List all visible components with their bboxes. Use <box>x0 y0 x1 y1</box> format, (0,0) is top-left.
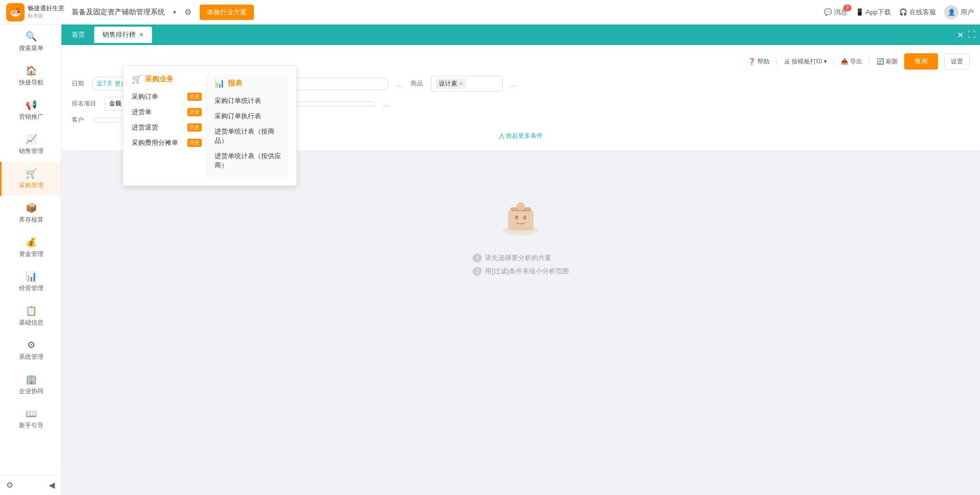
menu-item-receipt[interactable]: 进货单 历史 <box>132 104 202 120</box>
reports-header: 📊 报表 <box>215 78 285 88</box>
purchase-dropdown-menu: 🛒 采购业务 采购订单 历史 进货单 历史 <box>123 66 297 186</box>
collapse-button[interactable]: ⋀ 收起更多条件 <box>499 132 543 140</box>
tab-home-label: 首页 <box>72 30 85 39</box>
tab-home[interactable]: 首页 <box>63 27 93 43</box>
svg-rect-1 <box>508 210 534 230</box>
sidebar-bottom: ⚙ ◀ <box>0 475 61 495</box>
sidebar-settings-button[interactable]: ⚙ <box>6 480 13 490</box>
purchase-order-label: 采购订单 <box>132 92 158 101</box>
sidebar-item-enterprise[interactable]: 🏢 企业协同 <box>0 368 61 402</box>
inventory-icon: 📦 <box>26 202 37 213</box>
sidebar-item-operations-label: 经营管理 <box>19 284 44 293</box>
salesperson-dots-button[interactable]: ... <box>383 100 389 108</box>
messages-badge: 9 <box>843 5 851 11</box>
tip-text-2: 用[过滤]条件来缩小分析范围 <box>485 265 568 278</box>
export-button[interactable]: 📤 导出 <box>841 57 862 66</box>
toolbar-divider-2: | <box>833 57 835 66</box>
sidebar-item-search[interactable]: 🔍 搜索菜单 <box>0 25 61 59</box>
query-button[interactable]: 查询 <box>904 53 938 70</box>
sidebar-item-quick-nav-label: 快捷导航 <box>19 78 44 87</box>
guide-icon: 📖 <box>26 408 37 419</box>
tab-bar-actions: ✕ ⛶ <box>957 30 976 40</box>
tab-bar: 首页 销售排行榜 ✕ ✕ ⛶ <box>61 25 980 45</box>
print-dropdown-icon: ▾ <box>824 58 827 65</box>
tab-sales-rank[interactable]: 销售排行榜 ✕ <box>94 27 152 43</box>
sidebar-item-quick-nav[interactable]: 🏠 快捷导航 <box>0 59 61 93</box>
tab-fullscreen-button[interactable]: ⛶ <box>968 30 976 39</box>
menu-item-return[interactable]: 进货退货 历史 <box>132 120 202 135</box>
menu-item-receipt-stats-supplier[interactable]: 进货单统计表（按供应商） <box>215 148 285 173</box>
refresh-button[interactable]: 🔄 刷新 <box>877 57 898 66</box>
tab-close-all-button[interactable]: ✕ <box>957 30 964 40</box>
tab-close-button[interactable]: ✕ <box>139 31 144 38</box>
status-dots-button[interactable]: ... <box>396 80 402 88</box>
search-icon: 🔍 <box>26 31 37 42</box>
product-label: 商品 <box>411 79 423 88</box>
sidebar-item-inventory[interactable]: 📦 库存核算 <box>0 196 61 230</box>
sidebar-item-system[interactable]: ⚙ 系统管理 <box>0 333 61 368</box>
receipt-stats-product-label: 进货单统计表（按商品） <box>215 127 285 145</box>
product-dots-button[interactable]: ... <box>511 80 517 88</box>
purchase-order-history-badge: 历史 <box>187 93 202 101</box>
filter-settings-button[interactable]: 设置 <box>944 54 970 70</box>
export-icon: 📤 <box>841 58 848 65</box>
customer-label: 客户 <box>72 116 84 124</box>
return-badges: 历史 <box>187 123 202 132</box>
product-tag-close[interactable]: ✕ <box>459 81 463 87</box>
purchase-order-badges: 历史 <box>187 93 202 101</box>
header-center: 装备及固定资产辅助管理系统 ▾ ⚙ 体验行业方案 <box>68 5 824 20</box>
menu-column-purchase-business: 🛒 采购业务 采购订单 历史 进货单 历史 <box>132 74 202 177</box>
svg-point-3 <box>517 202 525 210</box>
phone-icon: 📱 <box>856 8 864 16</box>
service-icon: 🎧 <box>899 8 907 16</box>
system-settings-button[interactable]: ⚙ <box>180 5 196 20</box>
menu-item-receipt-stats-product[interactable]: 进货单统计表（按商品） <box>215 124 285 148</box>
svg-point-4 <box>515 216 518 220</box>
sidebar-item-finance[interactable]: 💰 资金管理 <box>0 230 61 265</box>
collapse-up-icon: ⋀ <box>499 133 504 140</box>
return-history-badge: 历史 <box>187 123 202 132</box>
sidebar-item-sales[interactable]: 📈 销售管理 <box>0 127 61 162</box>
product-control[interactable]: 设计素 ✕ <box>431 76 503 92</box>
expense-label: 采购费用分摊单 <box>132 138 178 147</box>
print-button[interactable]: 🖨 按模板打印 ▾ <box>784 57 827 66</box>
messages-button[interactable]: 💬 消息 9 <box>824 8 847 17</box>
system-icon: ⚙ <box>27 339 35 351</box>
sidebar-item-operations[interactable]: 📊 经营管理 <box>0 265 61 299</box>
help-button[interactable]: ❓ 帮助 <box>748 57 770 66</box>
sidebar-item-inventory-label: 库存核算 <box>19 216 44 224</box>
menu-item-expense[interactable]: 采购费用分摊单 历史 <box>132 135 202 150</box>
receipt-history-badge: 历史 <box>187 108 202 116</box>
online-service-button[interactable]: 🎧 在线客服 <box>899 8 936 17</box>
date-7days-button[interactable]: 近7天 <box>97 79 113 88</box>
sidebar-item-purchase-label: 采购管理 <box>19 181 44 190</box>
tip-text-1: 请先选择要分析的方案 <box>485 251 551 265</box>
sidebar-item-guide[interactable]: 📖 新手引导 <box>0 402 61 436</box>
logo-sub: 标准版 <box>28 12 65 19</box>
menu-item-order-exec[interactable]: 采购订单执行表 <box>215 109 285 124</box>
sidebar-item-purchase[interactable]: 🛒 采购管理 <box>0 162 61 196</box>
purchase-icon: 🛒 <box>26 168 37 179</box>
menu-item-order-stats[interactable]: 采购订单统计表 <box>215 93 285 109</box>
page-content: ❓ 帮助 | 🖨 按模板打印 ▾ | 📤 导出 | <box>61 45 980 495</box>
app-download-button[interactable]: 📱 App下载 <box>856 8 891 17</box>
tip-num-2: 2 <box>473 267 482 276</box>
system-dropdown-button[interactable]: ▾ <box>173 9 176 16</box>
export-label: 导出 <box>850 57 862 66</box>
empty-tips: 1 请先选择要分析的方案 2 用[过滤]条件来缩小分析范围 <box>473 251 568 278</box>
date-label: 日期 <box>72 79 84 88</box>
operations-icon: 📊 <box>26 271 37 282</box>
sidebar-item-marketing[interactable]: 📢 营销推广 <box>0 93 61 127</box>
rank-value: 金额 <box>109 99 121 108</box>
svg-point-5 <box>523 216 526 220</box>
finance-icon: 💰 <box>26 236 37 248</box>
logo-text: 畅捷通好生意 <box>28 5 65 13</box>
industry-button[interactable]: 体验行业方案 <box>200 5 254 20</box>
purchase-business-icon: 🛒 <box>132 74 142 84</box>
menu-column-reports: 📊 报表 采购订单统计表 采购订单执行表 进货单统计表（按商品） 进货单统计表（… <box>206 74 289 177</box>
sidebar-collapse-button[interactable]: ◀ <box>49 480 55 490</box>
toolbar-divider-3: | <box>868 57 870 66</box>
sidebar-item-basic-info[interactable]: 📋 基础信息 <box>0 299 61 333</box>
user-menu-button[interactable]: 👤 用户 <box>944 5 974 19</box>
menu-item-purchase-order[interactable]: 采购订单 历史 <box>132 89 202 104</box>
